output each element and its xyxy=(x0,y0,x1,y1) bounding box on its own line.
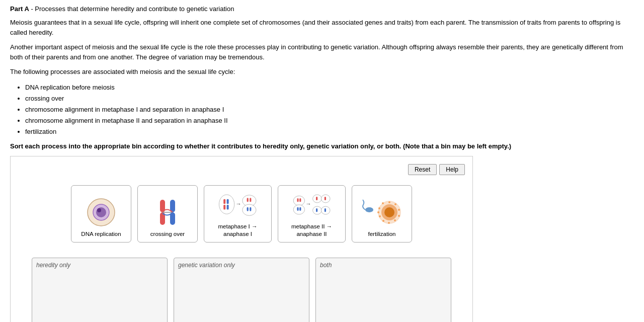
paragraph-1: Meiosis guarantees that in a sexual life… xyxy=(10,18,634,37)
crossing-over-icon xyxy=(147,197,188,227)
svg-point-3 xyxy=(97,208,101,212)
crossing-over-svg xyxy=(152,197,183,227)
card-crossing-over-label: crossing over xyxy=(150,230,185,238)
dna-replication-icon xyxy=(81,197,121,227)
svg-rect-23 xyxy=(297,199,298,202)
bins-row: heredity only genetic variation only bot… xyxy=(18,258,465,322)
svg-point-50 xyxy=(388,222,390,224)
dna-replication-svg xyxy=(86,197,116,227)
bullet-4: chromosome alignment in metaphase II and… xyxy=(25,115,634,126)
svg-rect-10 xyxy=(223,199,225,204)
bin-genetic-variation-only-label: genetic variation only xyxy=(178,262,235,269)
svg-rect-19 xyxy=(247,207,248,211)
svg-point-47 xyxy=(398,209,400,211)
bin-both[interactable]: both xyxy=(315,258,451,322)
svg-rect-24 xyxy=(299,199,301,202)
metaphase2-svg: → xyxy=(292,191,332,218)
svg-rect-13 xyxy=(226,205,228,210)
svg-rect-18 xyxy=(250,198,251,202)
metaphase1-svg: → xyxy=(218,191,258,218)
svg-text:→: → xyxy=(235,201,241,207)
card-dna-replication[interactable]: DNA replication xyxy=(71,185,131,243)
svg-rect-35 xyxy=(324,209,326,212)
svg-rect-20 xyxy=(250,207,251,211)
bin-genetic-variation-only[interactable]: genetic variation only xyxy=(174,258,309,322)
reset-button[interactable]: Reset xyxy=(408,164,437,175)
svg-text:→: → xyxy=(305,201,311,207)
paragraph-2: Another important aspect of meiosis and … xyxy=(10,42,634,62)
bullet-2: crossing over xyxy=(25,93,634,104)
card-metaphase2-label: metaphase II →anaphase II xyxy=(291,223,332,238)
card-dna-replication-label: DNA replication xyxy=(81,230,121,238)
bullet-1: DNA replication before meiosis xyxy=(25,82,634,93)
svg-rect-11 xyxy=(226,199,228,204)
svg-point-40 xyxy=(384,207,394,217)
svg-point-42 xyxy=(377,211,379,213)
cards-row: DNA replication crossing xyxy=(18,185,465,243)
svg-point-41 xyxy=(378,207,380,209)
fertilization-svg xyxy=(362,197,402,227)
card-metaphase2[interactable]: → metaphase II →anaphase II xyxy=(278,185,346,243)
bullet-5: fertilization xyxy=(25,126,634,137)
svg-point-36 xyxy=(365,207,373,212)
metaphase1-icon: → xyxy=(218,190,258,220)
paragraph-3-intro: The following processes are associated w… xyxy=(10,67,634,77)
sort-instruction: Sort each process into the appropriate b… xyxy=(10,142,634,150)
svg-point-9 xyxy=(219,195,234,214)
svg-rect-26 xyxy=(299,207,301,211)
part-a-title: Part A - Processes that determine heredi… xyxy=(10,5,634,13)
svg-point-45 xyxy=(388,201,390,203)
svg-rect-17 xyxy=(247,198,248,202)
svg-point-48 xyxy=(398,215,400,217)
svg-point-21 xyxy=(293,196,304,206)
part-a-label: Part A xyxy=(10,5,29,13)
help-button[interactable]: Help xyxy=(439,164,465,175)
svg-point-22 xyxy=(293,205,304,214)
card-fertilization[interactable]: fertilization xyxy=(352,185,412,243)
top-bar: Reset Help xyxy=(18,164,465,175)
bullet-list: DNA replication before meiosis crossing … xyxy=(25,82,634,137)
svg-rect-25 xyxy=(297,207,298,211)
bin-heredity-only-label: heredity only xyxy=(36,262,70,269)
svg-point-43 xyxy=(379,215,381,217)
card-metaphase1-label: metaphase I →anaphase I xyxy=(218,223,258,238)
svg-rect-34 xyxy=(316,209,317,212)
svg-point-46 xyxy=(394,203,396,205)
svg-point-16 xyxy=(242,205,256,216)
card-fertilization-label: fertilization xyxy=(368,230,396,238)
svg-rect-12 xyxy=(223,205,225,210)
svg-point-44 xyxy=(382,202,384,204)
svg-rect-32 xyxy=(316,197,317,200)
metaphase2-icon: → xyxy=(292,190,332,220)
bin-both-label: both xyxy=(320,262,332,269)
card-crossing-over[interactable]: crossing over xyxy=(137,185,198,243)
svg-rect-33 xyxy=(324,197,326,200)
bin-heredity-only[interactable]: heredity only xyxy=(32,258,168,322)
main-container: Reset Help DNA replication xyxy=(10,156,473,322)
fertilization-icon xyxy=(362,197,402,227)
svg-point-51 xyxy=(382,220,384,222)
svg-point-49 xyxy=(394,219,396,221)
svg-point-2 xyxy=(96,207,106,217)
bullet-3: chromosome alignment in metaphase I and … xyxy=(25,104,634,115)
card-metaphase1[interactable]: → metaphase I →anaphase I xyxy=(204,185,272,243)
